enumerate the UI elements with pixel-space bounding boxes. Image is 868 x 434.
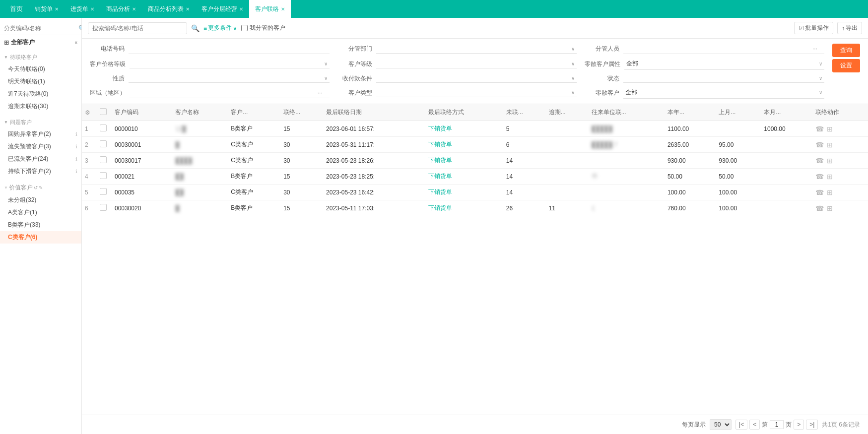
sidebar-item-class-a[interactable]: A类客户(1): [0, 206, 81, 219]
sidebar-item-7days[interactable]: 近7天待联络(0): [0, 88, 81, 100]
filter-retail-customer-select[interactable]: 全部 ∨: [623, 87, 824, 99]
filter-phone-input[interactable]: [129, 44, 330, 54]
filter-retail-attr-select[interactable]: 全部 ∨: [624, 58, 824, 70]
dots-icon[interactable]: ···: [318, 89, 328, 96]
row-checkbox-cell[interactable]: [97, 169, 112, 185]
nav-close-product-list[interactable]: ✕: [186, 6, 190, 12]
my-customers-checkbox[interactable]: [241, 25, 248, 31]
row-last-contact-method[interactable]: 下销货单: [425, 200, 503, 216]
contact-action-icon[interactable]: ☎: [815, 125, 824, 133]
query-button[interactable]: 查询: [832, 44, 860, 57]
row-last-contact-method[interactable]: 下销货单: [425, 137, 503, 153]
nav-close-sales[interactable]: ✕: [55, 6, 59, 12]
select-all-checkbox[interactable]: [100, 108, 107, 115]
filter-customer-level-select[interactable]: ∨: [376, 60, 577, 68]
nav-customer-contact[interactable]: 客户联络 ✕: [249, 0, 291, 18]
contact-action-icon[interactable]: ☎: [815, 141, 824, 149]
th-settings[interactable]: ⚙: [82, 104, 97, 121]
sidebar-item-repurchase-abnormal[interactable]: 回购异常客户(2) ℹ: [0, 128, 81, 140]
row-checkbox[interactable]: [100, 204, 107, 211]
row-checkbox-cell[interactable]: [97, 200, 112, 216]
row-code: 0000010: [112, 121, 172, 137]
contact-action-icon[interactable]: ☎: [815, 204, 824, 212]
sidebar-collapse-icon[interactable]: «: [74, 40, 77, 45]
nav-close-product-analysis[interactable]: ✕: [132, 6, 136, 12]
gear-icon[interactable]: ⚙: [85, 109, 90, 116]
contact-action-icon[interactable]: ☎: [815, 188, 824, 196]
edit-icon[interactable]: ✎: [39, 185, 43, 190]
row-checkbox-cell[interactable]: [97, 153, 112, 169]
sidebar-search-bar[interactable]: 🔍: [0, 22, 81, 35]
nav-close-purchase[interactable]: ✕: [90, 6, 94, 12]
sidebar-search-icon[interactable]: 🔍: [78, 25, 82, 32]
nav-product-list[interactable]: 商品分析列表 ✕: [142, 0, 196, 18]
search-input[interactable]: [88, 22, 187, 34]
per-page-select[interactable]: 50: [710, 419, 732, 430]
sidebar-item-class-c[interactable]: C类客户(6): [0, 231, 81, 244]
row-last-contact-method[interactable]: 下销货单: [425, 169, 503, 185]
sidebar-item-churned[interactable]: 已流失客户(24) ℹ: [0, 153, 81, 165]
sidebar-item-class-b[interactable]: B类客户(33): [0, 219, 81, 231]
filter-manager-select[interactable]: ···: [623, 44, 824, 54]
page-input[interactable]: [770, 420, 784, 429]
row-checkbox[interactable]: [100, 140, 107, 147]
refresh-icon[interactable]: ↺: [34, 185, 38, 190]
row-last-contact-method[interactable]: 下销货单: [425, 121, 503, 137]
more-conditions-button[interactable]: ≡ 更多条件 ∨: [203, 24, 237, 32]
filter-status-select[interactable]: ∨: [623, 74, 824, 83]
nav-sales[interactable]: 销货单 ✕: [29, 0, 65, 18]
more-action-icon[interactable]: ⊞: [827, 141, 833, 149]
sidebar-item-declining[interactable]: 持续下滑客户(2) ℹ: [0, 165, 81, 178]
contact-action-icon[interactable]: ☎: [815, 157, 824, 165]
filter-payment-select[interactable]: ∨: [376, 74, 577, 83]
nav-customer-segment[interactable]: 客户分层经营 ✕: [196, 0, 249, 18]
prev-page-button[interactable]: <: [749, 420, 760, 430]
filter-customer-type-select[interactable]: ∨: [376, 88, 577, 97]
next-page-button[interactable]: >: [794, 420, 804, 430]
last-page-button[interactable]: >|: [806, 420, 818, 430]
row-checkbox[interactable]: [100, 188, 107, 195]
sidebar-section-pending-title[interactable]: 待联络客户: [0, 52, 81, 63]
filter-region-select[interactable]: ···: [130, 88, 330, 98]
row-checkbox[interactable]: [100, 124, 107, 131]
filter-dept-select[interactable]: ∨: [376, 45, 577, 54]
row-checkbox-cell[interactable]: [97, 185, 112, 200]
sidebar-item-overdue[interactable]: 逾期未联络(30): [0, 100, 81, 113]
sidebar-section-problem-title[interactable]: 问题客户: [0, 117, 81, 128]
batch-operation-button[interactable]: ☑ 批量操作: [794, 22, 833, 34]
setting-button[interactable]: 设置: [832, 59, 860, 72]
sidebar-item-unclassified[interactable]: 未分组(32): [0, 194, 81, 206]
sidebar-item-today[interactable]: 今天待联络(0): [0, 63, 81, 75]
th-checkbox[interactable]: [97, 104, 112, 121]
nav-close-customer-segment[interactable]: ✕: [239, 6, 243, 12]
contact-action-icon[interactable]: ☎: [815, 173, 824, 181]
more-action-icon[interactable]: ⊞: [827, 188, 833, 196]
first-page-button[interactable]: |<: [735, 420, 747, 430]
row-checkbox[interactable]: [100, 156, 107, 163]
sidebar-item-tomorrow[interactable]: 明天待联络(1): [0, 75, 81, 88]
my-customers-checkbox-label[interactable]: 我分管的客户: [241, 24, 285, 32]
row-last-contact-method[interactable]: 下销货单: [425, 153, 503, 169]
nav-close-customer-contact[interactable]: ✕: [281, 6, 285, 12]
row-checkbox-cell[interactable]: [97, 137, 112, 153]
sidebar-all-customers[interactable]: ⊞ 全部客户 «: [0, 35, 81, 50]
chevron-down-icon: ∨: [571, 46, 575, 52]
dots-icon[interactable]: ···: [812, 45, 822, 52]
chevron-down-icon: ∨: [571, 61, 575, 66]
nav-product-analysis[interactable]: 商品分析 ✕: [100, 0, 142, 18]
sidebar-search-input[interactable]: [4, 25, 78, 32]
export-button[interactable]: ↑ 导出: [837, 22, 862, 34]
row-last-contact-method[interactable]: 下销货单: [425, 185, 503, 200]
more-action-icon[interactable]: ⊞: [827, 204, 833, 212]
row-checkbox[interactable]: [100, 172, 107, 179]
nav-purchase[interactable]: 进货单 ✕: [65, 0, 100, 18]
nav-home[interactable]: 首页: [4, 0, 29, 18]
more-action-icon[interactable]: ⊞: [827, 173, 833, 181]
filter-nature-select[interactable]: ∨: [129, 74, 330, 83]
more-action-icon[interactable]: ⊞: [827, 157, 833, 165]
more-action-icon[interactable]: ⊞: [827, 125, 833, 133]
sidebar-item-churn-warning[interactable]: 流失预警客户(3) ℹ: [0, 140, 81, 153]
search-button[interactable]: 🔍: [191, 24, 200, 32]
filter-price-level-select[interactable]: ∨: [130, 60, 330, 68]
row-checkbox-cell[interactable]: [97, 121, 112, 137]
